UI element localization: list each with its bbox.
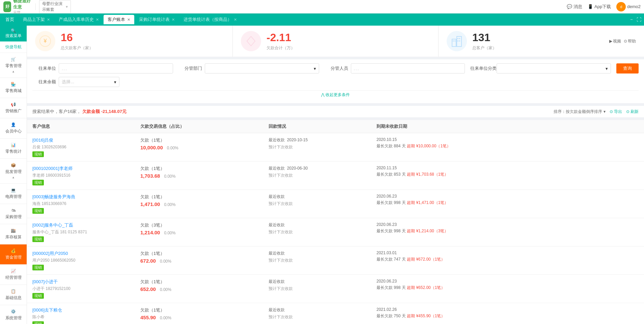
chevron-down-icon-3: ▾ xyxy=(114,80,116,85)
sidebar-item-retail-stats[interactable]: 📊 零售统计 xyxy=(0,139,27,159)
customer-info-5: [0007]小进干 小进干 18279152100 现销 xyxy=(32,279,140,299)
tab-products[interactable]: 商品上下架 ✕ xyxy=(19,15,54,24)
customer-name-5[interactable]: [0007]小进干 xyxy=(32,279,140,285)
svg-marker-3 xyxy=(247,36,255,46)
sidebar-item-member-center[interactable]: 👤 会员中心 xyxy=(0,118,27,139)
system-icon: ⚙️ xyxy=(1,309,25,314)
tab-stock-stats[interactable]: 进货单统计表（按商品） ✕ xyxy=(179,15,241,24)
customer-name-6[interactable]: [0006]去下粮仓 xyxy=(32,307,140,313)
sidebar-item-ecommerce[interactable]: 💻 电商管理 xyxy=(0,184,27,204)
svg-text:¥: ¥ xyxy=(44,38,47,44)
due-info-4: 2021.03.01 最长欠款 747 天 超期 ¥672.00（1笔） xyxy=(376,251,639,270)
user-profile[interactable]: d demo2 xyxy=(616,2,641,11)
repay-info-6: 最近收款 预计下次收款 xyxy=(269,307,376,324)
customer-contact-1: 李老师 18600391516 xyxy=(32,173,140,178)
repay-info-2: 最近收款 预计下次收款 xyxy=(269,194,376,214)
search-button[interactable]: 查询 xyxy=(616,63,639,73)
avatar: d xyxy=(616,2,626,11)
stat-total-customers: 131 总客户（家） ▶ 视频 ⊙ 帮助 xyxy=(439,26,644,57)
repay-info-3: 最近收款 预计下次收款 xyxy=(269,222,376,242)
sidebar-item-retail-mall[interactable]: 🏪 零售商城 xyxy=(0,78,27,98)
download-icon: 📱 xyxy=(588,4,593,9)
filter-balance: 往来余额 选择... ▾ xyxy=(32,77,639,87)
sidebar-item-basic-info[interactable]: 📋 基础信息 xyxy=(0,285,27,305)
messages-btn[interactable]: 💬 消息 xyxy=(567,4,582,10)
data-table: 客户信息 欠款交易信息（占比） 回款情况 到期未收款日期 [0016]吕俊 吕俊… xyxy=(27,120,644,324)
filter-area: 往来单位 ... 分管部门 ▾ 分管人员 ... xyxy=(27,59,644,103)
customer-name-0[interactable]: [0016]吕俊 xyxy=(32,137,140,143)
svg-rect-7 xyxy=(454,40,455,41)
help-btn[interactable]: ⊙ 帮助 xyxy=(624,38,636,44)
person-input[interactable]: ... xyxy=(351,63,465,73)
customer-info-6: [0006]去下粮仓 陈小希 现销 xyxy=(32,307,140,324)
svg-rect-11 xyxy=(459,40,460,41)
export-btn[interactable]: ⊙ 导出 xyxy=(610,109,622,115)
customer-contact-5: 小进干 18279152100 xyxy=(32,286,140,292)
sidebar-item-batch-mgmt[interactable]: 📦 批发管理 ▲ xyxy=(0,159,27,184)
sidebar-item-purchase[interactable]: 🛍 采购管理 xyxy=(0,204,27,224)
sidebar-item-inventory[interactable]: 🏬 库存核算 xyxy=(0,224,27,244)
debt-info-2: 欠款（1笔） 1,471.00 0.00% xyxy=(140,194,269,214)
tab-close-products[interactable]: ✕ xyxy=(47,18,50,22)
logo-area: 好 畅捷通好生意 示范 母婴行业演示账套 ▾ xyxy=(3,0,71,15)
message-icon: 💬 xyxy=(567,4,572,9)
sidebar-item-marketing[interactable]: 📢 营销推广 xyxy=(0,98,27,118)
sidebar-item-system[interactable]: ⚙️ 系统管理 xyxy=(0,305,27,324)
tab-close-account[interactable]: ✕ xyxy=(127,18,130,22)
search-icon: 🔍 xyxy=(1,28,25,33)
logo-sub: 示范 xyxy=(13,10,32,15)
sidebar-item-finance[interactable]: 💰 资金管理 xyxy=(0,244,27,265)
stats-bar: ¥ 16 总欠款客户（家） -2.11 欠款合计（万） xyxy=(27,26,644,57)
ecommerce-icon: 💻 xyxy=(1,188,25,193)
sidebar-item-operation[interactable]: 📈 经营管理 xyxy=(0,265,27,285)
due-info-6: 2021.02.26 最长欠款 750 天 超期 ¥455.90（1笔） xyxy=(376,307,639,324)
table-row: [0001020001]李老师 李老师 18600391516 现销 欠款（1笔… xyxy=(27,161,644,190)
collapse-btn[interactable]: ⋀ 收起更多条件 xyxy=(32,90,639,99)
customer-contact-4: 用户2050 18665062050 xyxy=(32,258,140,263)
view-icon: ▶ xyxy=(609,39,612,43)
repay-info-0: 最近收款 2020-10-15 预计下次收款 xyxy=(269,137,376,157)
building-icon xyxy=(447,31,467,51)
customer-contact-6: 陈小希 xyxy=(32,314,140,320)
sidebar-search[interactable]: 🔍 搜索菜单 xyxy=(0,26,27,41)
divider xyxy=(35,3,36,10)
view-btn[interactable]: ▶ 视频 xyxy=(609,38,621,44)
sidebar-quick-nav[interactable]: 快捷导航 xyxy=(0,41,27,53)
table-row: [0003]畅捷服务尹海燕 海燕 18513066976 现销 欠款（1笔） 1… xyxy=(27,190,644,218)
customer-name-2[interactable]: [0003]畅捷服务尹海燕 xyxy=(32,194,140,200)
filter-row-2: 往来余额 选择... ▾ xyxy=(32,77,639,87)
nav-minimize[interactable]: － xyxy=(629,17,634,23)
company-selector[interactable]: 母婴行业演示账套 ▾ xyxy=(39,0,71,13)
filter-row-1: 往来单位 ... 分管部门 ▾ 分管人员 ... xyxy=(32,63,639,73)
tab-close-purchase[interactable]: ✕ xyxy=(172,18,175,22)
dept-select[interactable]: ▾ xyxy=(205,63,319,73)
customer-info-2: [0003]畅捷服务尹海燕 海燕 18513066976 现销 xyxy=(32,194,140,214)
source-unit-input[interactable]: ... xyxy=(59,63,173,73)
filter-dept: 分管部门 ▾ xyxy=(178,63,319,73)
top-bar: 好 畅捷通好生意 示范 母婴行业演示账套 ▾ 💬 消息 📱 App下载 d de… xyxy=(0,0,644,13)
app-download-btn[interactable]: 📱 App下载 xyxy=(588,4,611,10)
sort-btn[interactable]: 排序：按欠款金额倒序排序 ▾ xyxy=(554,109,606,115)
tab-close-stock[interactable]: ✕ xyxy=(234,18,237,22)
refresh-btn[interactable]: ⊙ 刷新 xyxy=(626,109,639,115)
customer-name-4[interactable]: [000002]用户2050 xyxy=(32,251,140,257)
customer-info-4: [000002]用户2050 用户2050 18665062050 现销 xyxy=(32,251,140,270)
unit-category-select[interactable]: ▾ xyxy=(497,63,611,73)
tab-close-warehouse[interactable]: ✕ xyxy=(96,18,99,22)
sidebar-item-retail-mgmt[interactable]: 🛒 零售管理 ▲ xyxy=(0,53,27,78)
customer-info-3: [0002]服务中心_丁磊 服务中心_丁磊 181 0125 8371 现销 xyxy=(32,222,140,242)
tab-warehouse[interactable]: 产成品入库单历史 ✕ xyxy=(55,15,103,24)
due-info-3: 2020.06.23 最长欠款 998 天 超期 ¥1,214.00（3笔） xyxy=(376,222,639,242)
repay-info-5: 最近收款 预计下次收款 xyxy=(269,279,376,299)
nav-maximize[interactable]: ⛶ xyxy=(637,17,641,22)
tab-home[interactable]: 首页 xyxy=(1,15,18,24)
customer-name-3[interactable]: [0002]服务中心_丁磊 xyxy=(32,222,140,228)
batch-icon: 📦 xyxy=(1,163,25,168)
customer-name-1[interactable]: [0001020001]李老师 xyxy=(32,166,140,172)
svg-rect-6 xyxy=(453,40,454,41)
tab-account[interactable]: 客户账本 ✕ xyxy=(104,15,134,24)
balance-select[interactable]: 选择... ▾ xyxy=(59,77,119,87)
nav-right: － ⛶ xyxy=(629,17,644,23)
stat-debt-customers: ¥ 16 总欠款客户（家） xyxy=(27,26,233,57)
tab-purchase[interactable]: 采购订单统计表 ✕ xyxy=(135,15,179,24)
